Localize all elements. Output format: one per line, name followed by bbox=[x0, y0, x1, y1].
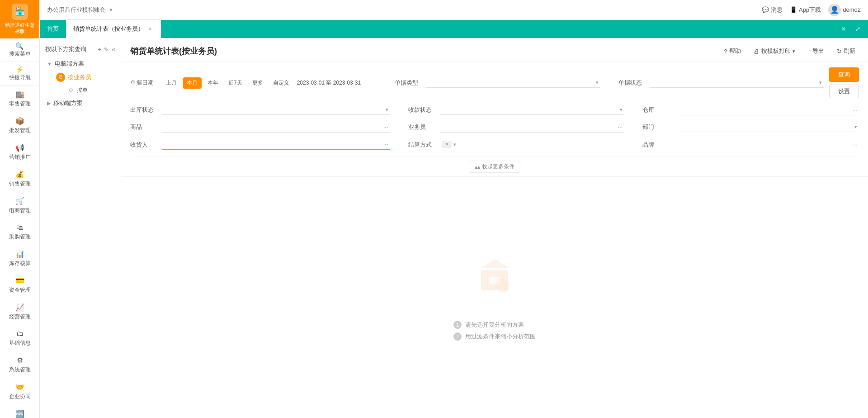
filter-brand-input[interactable]: ··· bbox=[674, 139, 859, 150]
filter-outstatus-select[interactable]: ▾ bbox=[162, 105, 390, 115]
tab-expand-btn[interactable]: ⤢ bbox=[852, 23, 864, 35]
tab-home[interactable]: 首页 bbox=[40, 20, 66, 38]
help-btn[interactable]: ? 帮助 bbox=[720, 45, 744, 57]
add-scheme-btn[interactable]: + bbox=[98, 46, 101, 53]
sidebar-item-operations[interactable]: 📈 经营管理 bbox=[0, 299, 39, 325]
filter-warehouse-input[interactable]: ··· bbox=[674, 104, 859, 115]
sidebar-item-sales[interactable]: 💰 销售管理 bbox=[0, 166, 39, 192]
filter-doctype-select[interactable]: ▾ bbox=[426, 78, 600, 88]
filter-consignee-label: 收货人 bbox=[130, 141, 162, 149]
sidebar-search-label: 搜索菜单 bbox=[3, 50, 37, 58]
tab-close-all-btn[interactable]: ✕ bbox=[837, 23, 850, 35]
tab-close-icon[interactable]: × bbox=[146, 25, 154, 33]
sidebar-item-purchase[interactable]: 🛍 采购管理 bbox=[0, 219, 39, 245]
sidebar-item-system[interactable]: ⚙ 系统管理 bbox=[0, 352, 39, 378]
app-download-btn[interactable]: 📱 App下载 bbox=[790, 6, 821, 14]
settlement-select[interactable]: ▾ bbox=[453, 142, 623, 147]
sidebar-item-enterprise[interactable]: 🤝 企业协同 bbox=[0, 378, 39, 405]
logo-icon: 🏪 bbox=[12, 4, 28, 20]
topbar-title: 办公用品行业模拟账套 bbox=[47, 6, 106, 14]
date-btn-custom[interactable]: 自定义 bbox=[269, 77, 293, 89]
date-btn-7days[interactable]: 近7天 bbox=[224, 77, 246, 89]
help-label: 帮助 bbox=[729, 47, 741, 55]
topbar-left: 办公用品行业模拟账套 ▾ bbox=[47, 6, 113, 14]
filter-settlement-input[interactable]: × ▾ bbox=[440, 139, 625, 150]
sub-item-by-doc[interactable]: ⚙ 按单 bbox=[52, 84, 121, 96]
setting-btn[interactable]: 设置 bbox=[829, 85, 859, 98]
left-panel-header: 按以下方案查询 + ✎ « bbox=[40, 42, 121, 57]
tabbar: 首页 销货单统计表（按业务员） × ✕ ⤢ bbox=[40, 20, 868, 38]
settlement-tag-close[interactable]: × bbox=[446, 141, 449, 147]
date-btn-more[interactable]: 更多 bbox=[248, 77, 267, 89]
action-btns-col: 查询 设置 bbox=[829, 67, 859, 98]
filter-receiptstatus-select[interactable]: ▾ bbox=[440, 105, 625, 115]
filter-dept-label: 部门 bbox=[642, 123, 674, 131]
wholesale-icon: 📦 bbox=[15, 117, 24, 125]
hint2-num: 2 bbox=[453, 332, 462, 341]
svg-marker-1 bbox=[481, 259, 508, 268]
warehouse-dots-icon: ··· bbox=[852, 106, 857, 113]
export-label: 导出 bbox=[812, 47, 824, 55]
tree-child-salesperson[interactable]: 员 按业务员 bbox=[52, 71, 121, 84]
export-btn[interactable]: ↑ 导出 bbox=[804, 45, 828, 57]
filter-salesperson-input[interactable]: ··· bbox=[440, 122, 625, 133]
goods-dots-icon: ··· bbox=[383, 124, 388, 130]
sales-icon: 💰 bbox=[15, 170, 24, 179]
ecommerce-label: 电商管理 bbox=[9, 207, 31, 214]
tree-item-mobile[interactable]: ▶ 移动端方案 bbox=[40, 96, 121, 110]
refresh-btn[interactable]: ↻ 刷新 bbox=[833, 45, 859, 57]
tab-sales-stat[interactable]: 销货单统计表（按业务员） × bbox=[66, 20, 161, 38]
filter-row-4: 收货人 ··· 结算方式 × bbox=[130, 139, 859, 150]
date-btn-this-year[interactable]: 本年 bbox=[203, 77, 222, 89]
collapse-panel-btn[interactable]: « bbox=[112, 46, 115, 53]
sidebar-item-ecommerce[interactable]: 🛒 电商管理 bbox=[0, 192, 39, 219]
filter-doctype-label: 单据类型 bbox=[395, 79, 426, 87]
basic-icon: 🗂 bbox=[16, 330, 24, 338]
sidebar-item-inventory[interactable]: 📊 库存核算 bbox=[0, 245, 39, 272]
query-btn[interactable]: 查询 bbox=[829, 67, 859, 82]
settlement-tag: × bbox=[442, 141, 452, 148]
filter-docstatus-label: 单据状态 bbox=[618, 79, 650, 87]
edit-scheme-btn[interactable]: ✎ bbox=[104, 46, 109, 53]
sidebar-item-finance[interactable]: 💳 资金管理 bbox=[0, 272, 39, 299]
sidebar-item-basic[interactable]: 🗂 基础信息 bbox=[0, 325, 39, 352]
date-btn-last-month[interactable]: 上月 bbox=[162, 77, 181, 89]
print-btn[interactable]: 🖨 按模板打印 ▾ bbox=[750, 45, 799, 57]
tree-item-desktop[interactable]: ▼ 电脑端方案 bbox=[40, 57, 121, 71]
purchase-icon: 🛍 bbox=[16, 223, 24, 232]
filter-consignee-input[interactable]: ··· bbox=[162, 139, 390, 150]
empty-icon: ⚡ bbox=[472, 254, 517, 309]
sidebar-item-search[interactable]: 🔍 搜索菜单 bbox=[0, 38, 39, 62]
sidebar-item-marketing[interactable]: 📢 营销推广 bbox=[0, 139, 39, 166]
app-logo[interactable]: 🏪 畅捷通好生意 标版 bbox=[0, 0, 39, 38]
topbar-arrow-icon[interactable]: ▾ bbox=[109, 6, 113, 13]
sidebar-item-wholesale[interactable]: 📦 批发管理 bbox=[0, 112, 39, 139]
dept-chevron-icon: ▾ bbox=[854, 124, 857, 130]
date-btn-this-month[interactable]: 本月 bbox=[183, 77, 202, 89]
sidebar-item-newguide[interactable]: 🆕 新手引导 bbox=[0, 405, 39, 418]
tabbar-end-btns: ✕ ⤢ bbox=[837, 23, 864, 35]
empty-hints: 1 请先选择要分析的方案 2 用过滤条件来缩小分析范围 bbox=[453, 321, 536, 341]
tree-child-salesperson-label: 按业务员 bbox=[68, 73, 91, 81]
print-label: 按模板打印 bbox=[761, 47, 791, 55]
filter-goods-input[interactable]: ··· bbox=[162, 122, 390, 133]
filter-docstatus-select[interactable]: ▾ bbox=[650, 78, 824, 88]
left-panel: 按以下方案查询 + ✎ « ▼ 电脑端方案 员 按业务员 ⚙ 按单 bbox=[40, 38, 121, 418]
main-area: 办公用品行业模拟账套 ▾ 💬 消息 📱 App下载 👤 demo2 首页 bbox=[40, 0, 868, 418]
filter-receiptstatus-label: 收款状态 bbox=[408, 106, 440, 114]
collapse-row: ▴▴ 收起更多条件 bbox=[130, 157, 859, 176]
sidebar-item-quicknav[interactable]: ⚡ 快捷导航 bbox=[0, 62, 39, 86]
filter-outstatus-label: 出库状态 bbox=[130, 106, 162, 114]
right-panel: 销货单统计表(按业务员) ? 帮助 🖨 按模板打印 ▾ ↑ 导出 bbox=[121, 38, 868, 418]
collapse-btn[interactable]: ▴▴ 收起更多条件 bbox=[469, 161, 520, 173]
filter-dept-select[interactable]: ▾ bbox=[674, 122, 859, 132]
operations-label: 经营管理 bbox=[9, 313, 31, 321]
message-btn[interactable]: 💬 消息 bbox=[762, 6, 783, 14]
brand-dots-icon: ··· bbox=[852, 141, 857, 148]
wholesale-label: 批发管理 bbox=[9, 127, 31, 134]
salesperson-badge: 员 bbox=[56, 73, 65, 82]
enterprise-label: 企业协同 bbox=[9, 393, 31, 400]
sidebar-item-retail[interactable]: 🏬 零售管理 bbox=[0, 86, 39, 112]
user-menu[interactable]: 👤 demo2 bbox=[828, 4, 861, 16]
salesperson-dots-icon: ··· bbox=[618, 124, 623, 130]
